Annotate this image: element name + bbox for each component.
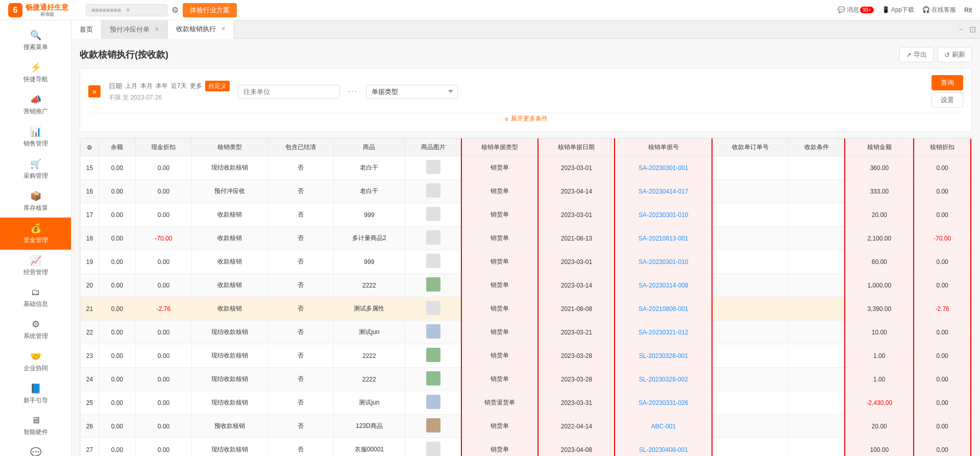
cell-writeoff-voucher-no[interactable]: SA-20230414-017 [615, 180, 712, 203]
col-gear[interactable]: ⚙ [81, 139, 99, 156]
date-opt-7days[interactable]: 近7天 [171, 82, 187, 90]
cell-cash-discount: 0.00 [135, 368, 191, 391]
cell-writeoff-voucher-no[interactable]: SA-20230314-008 [615, 274, 712, 297]
cell-writeoff-amount: -2,430.00 [845, 391, 914, 415]
sidebar-item-wechat[interactable]: 💬 企业微信 [0, 442, 71, 456]
cell-product: 123D商品 [333, 415, 405, 438]
cell-receipt-condition [788, 344, 845, 368]
cell-writeoff-voucher-no[interactable]: SA-20210813-001 [615, 227, 712, 250]
cell-writeoff-voucher-no[interactable]: SA-20230321-012 [615, 321, 712, 344]
table-row: 18 0.00 -70.00 收款核销 否 多计量商品2 销货单 2021-08… [81, 227, 971, 250]
cell-writeoff-voucher-no[interactable]: SA-20230301-010 [615, 203, 712, 227]
cell-receipt-order-no [712, 344, 788, 368]
cell-writeoff-voucher-type: 销货单 [461, 438, 538, 457]
cell-writeoff-discount: 0.00 [914, 250, 971, 274]
sidebar-item-inventory[interactable]: 📦 库存核算 [0, 185, 71, 218]
cell-writeoff-type: 收款核销 [192, 203, 267, 227]
cell-writeoff-voucher-date: 2021-08-13 [538, 227, 615, 250]
sidebar-item-system[interactable]: ⚙ 系统管理 [0, 314, 71, 346]
counterparty-input[interactable] [238, 85, 340, 99]
cell-writeoff-voucher-date: 2023-03-31 [538, 391, 615, 415]
cell-writeoff-voucher-no[interactable]: SA-20230301-010 [615, 250, 712, 274]
col-writeoff-discount: 核销折扣 [914, 139, 971, 156]
cell-receipt-condition [788, 250, 845, 274]
sidebar-item-guide[interactable]: 📘 新手引导 [0, 378, 71, 410]
voucher-type-select[interactable]: 单据类型 [366, 85, 458, 99]
cell-writeoff-voucher-no[interactable]: SL-20230408-001 [615, 438, 712, 457]
col-included-settled: 商品 [333, 139, 405, 156]
cell-receipt-order-no [712, 415, 788, 438]
refresh-button[interactable]: ↺ 刷新 [938, 47, 972, 62]
promo-button[interactable]: 体验行业方案 [183, 3, 237, 17]
app-download-link[interactable]: 📱 App下载 [882, 6, 914, 14]
tab-home[interactable]: 首页 [71, 20, 102, 39]
cell-writeoff-amount: 1,000.00 [845, 274, 914, 297]
cell-included-settled: 否 [267, 321, 333, 344]
cell-product: 多计量商品2 [333, 227, 405, 250]
cell-writeoff-type: 现结收款核销 [192, 368, 267, 391]
date-opt-thisyear[interactable]: 本年 [156, 82, 168, 90]
table-row: 19 0.00 0.00 收款核销 否 999 销货单 2023-03-01 S… [81, 250, 971, 274]
tab-expand-icon[interactable]: ⊡ [969, 25, 976, 34]
expand-more-conditions[interactable]: ∨ 展开更多条件 [88, 112, 963, 125]
cell-writeoff-discount: 0.00 [914, 274, 971, 297]
cell-receipt-condition [788, 368, 845, 391]
tab-prepay[interactable]: 预付冲应付单 ✕ [102, 20, 168, 39]
cell-cash-discount: 0.00 [135, 391, 191, 415]
tab-prepay-close[interactable]: ✕ [155, 26, 159, 33]
cell-balance: 0.00 [99, 156, 136, 180]
page-content: 收款核销执行(按收款) ↗ 导出 ↺ 刷新 » [71, 39, 980, 456]
cell-writeoff-voucher-type: 销货单 [461, 344, 538, 368]
cell-writeoff-voucher-no[interactable]: SL-20230328-002 [615, 368, 712, 391]
cell-writeoff-voucher-type: 销货单 [461, 250, 538, 274]
cell-writeoff-type: 现结收款核销 [192, 344, 267, 368]
sidebar-item-quicknav[interactable]: ⚡ 快捷导航 [0, 57, 71, 89]
basicinfo-icon: 🗂 [31, 287, 40, 298]
col-receipt-condition: 收款条件 [788, 139, 845, 156]
cell-receipt-condition [788, 156, 845, 180]
sidebar-item-basicinfo[interactable]: 🗂 基础信息 [0, 282, 71, 314]
sidebar-item-marketing[interactable]: 📣 营销推广 [0, 89, 71, 121]
online-service-link[interactable]: 🎧 在线客服 [922, 6, 956, 14]
cell-receipt-order-no [712, 250, 788, 274]
cell-writeoff-voucher-no[interactable]: SL-20230328-001 [615, 344, 712, 368]
tab-writeoff-close[interactable]: ✕ [221, 26, 226, 32]
query-button[interactable]: 查询 [932, 75, 963, 90]
sidebar-item-sales[interactable]: 📊 销售管理 [0, 121, 71, 153]
date-opt-more[interactable]: 更多 [190, 82, 202, 90]
sidebar-item-hardware[interactable]: 🖥 智能硬件 [0, 410, 71, 442]
date-opt-custom[interactable]: 自定义 [205, 81, 230, 91]
sidebar-item-label: 销售管理 [23, 139, 48, 148]
tab-minimize-icon[interactable]: － [957, 24, 965, 35]
cell-writeoff-voucher-type: 销货退货单 [461, 391, 538, 415]
cell-writeoff-discount: 0.00 [914, 180, 971, 203]
sidebar-item-search[interactable]: 🔍 搜索菜单 [0, 25, 71, 57]
cell-writeoff-voucher-type: 销货单 [461, 203, 538, 227]
cell-writeoff-amount: 2,100.00 [845, 227, 914, 250]
settings-icon[interactable]: ⚙ [172, 5, 179, 15]
cell-included-settled: 否 [267, 250, 333, 274]
sidebar-item-operations[interactable]: 📈 经营管理 [0, 250, 71, 282]
cell-cash-discount: -2.76 [135, 297, 191, 321]
inventory-icon: 📦 [30, 190, 41, 202]
cell-balance: 0.00 [99, 391, 136, 415]
cell-writeoff-discount: 0.00 [914, 344, 971, 368]
settings-button[interactable]: 设置 [932, 92, 963, 108]
date-opt-thismonth[interactable]: 本月 [140, 82, 153, 90]
date-opt-lastmonth[interactable]: 上月 [125, 82, 137, 90]
cell-writeoff-voucher-no[interactable]: SA-20230331-026 [615, 391, 712, 415]
export-button[interactable]: ↗ 导出 [899, 47, 934, 62]
cell-writeoff-voucher-no[interactable]: ABC-001 [615, 415, 712, 438]
message-area[interactable]: 💬 消息99+ [838, 6, 874, 14]
filter-expand-button[interactable]: » [88, 85, 101, 98]
cell-writeoff-voucher-no[interactable]: SA-20230301-001 [615, 156, 712, 180]
cell-included-settled: 否 [267, 415, 333, 438]
sidebar-item-finance[interactable]: 💰 资金管理 [0, 218, 71, 250]
sidebar-item-purchase[interactable]: 🛒 采购管理 [0, 153, 71, 185]
sidebar-item-collab[interactable]: 🤝 企业协同 [0, 346, 71, 378]
cell-receipt-condition [788, 227, 845, 250]
tab-writeoff[interactable]: 收款核销执行 ✕ [168, 20, 234, 39]
cell-seq: 22 [81, 321, 99, 344]
table-row: 21 0.00 -2.76 收款核销 否 测试多属性 销货单 2021-08-0… [81, 297, 971, 321]
cell-writeoff-voucher-no[interactable]: SA-20210808-001 [615, 297, 712, 321]
